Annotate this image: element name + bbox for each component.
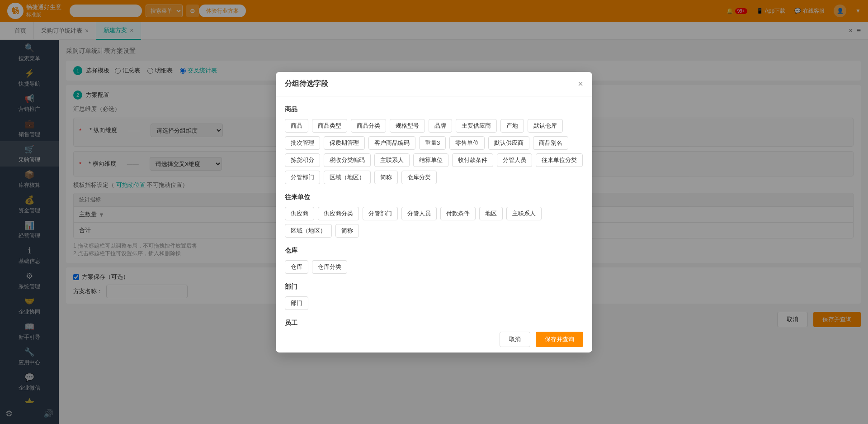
field-section-title-1: 往来单位: [285, 193, 583, 201]
field-section-title-3: 部门: [285, 283, 583, 291]
field-tag-1-5[interactable]: 地区: [479, 207, 503, 220]
modal-cancel-button[interactable]: 取消: [500, 332, 530, 347]
field-tag-0-6[interactable]: 产地: [500, 119, 524, 133]
modal-header: 分组待选字段 ×: [276, 72, 592, 96]
field-section-title-2: 仓库: [285, 247, 583, 255]
field-tag-0-10[interactable]: 客户商品编码: [368, 136, 415, 150]
field-tag-0-17[interactable]: 主联系人: [374, 153, 410, 167]
field-tag-0-15[interactable]: 拣货积分: [285, 153, 320, 167]
field-tag-0-5[interactable]: 主要供应商: [456, 119, 497, 133]
field-section-0: 商品商品商品类型商品分类规格型号品牌主要供应商产地默认仓库批次管理保质期管理客户…: [285, 105, 583, 184]
field-tag-0-3[interactable]: 规格型号: [390, 119, 425, 133]
field-tag-0-8[interactable]: 批次管理: [285, 136, 320, 150]
field-tag-0-13[interactable]: 默认供应商: [488, 136, 529, 150]
field-tag-0-4[interactable]: 品牌: [429, 119, 452, 133]
modal-footer: 取消 保存并查询: [276, 326, 592, 353]
field-tag-1-7[interactable]: 区域（地区）: [285, 224, 332, 238]
field-section-title-4: 员工: [285, 319, 583, 326]
field-tag-0-2[interactable]: 商品分类: [351, 119, 386, 133]
field-tag-0-24[interactable]: 简称: [374, 171, 398, 184]
field-tag-1-0[interactable]: 供应商: [285, 207, 314, 220]
field-tag-0-14[interactable]: 商品别名: [533, 136, 568, 150]
field-tag-1-4[interactable]: 付款条件: [440, 207, 476, 220]
field-tag-1-1[interactable]: 供应商分类: [318, 207, 359, 220]
field-tag-2-1[interactable]: 仓库分类: [312, 260, 347, 274]
modal-close-button[interactable]: ×: [578, 79, 583, 88]
field-tag-0-20[interactable]: 分管人员: [497, 153, 532, 167]
modal-title: 分组待选字段: [285, 79, 328, 89]
field-section-title-0: 商品: [285, 105, 583, 114]
modal-dialog: 分组待选字段 × 商品商品商品类型商品分类规格型号品牌主要供应商产地默认仓库批次…: [276, 72, 592, 353]
modal-body: 商品商品商品类型商品分类规格型号品牌主要供应商产地默认仓库批次管理保质期管理客户…: [276, 96, 592, 326]
field-tag-0-1[interactable]: 商品类型: [312, 119, 347, 133]
field-tag-1-2[interactable]: 分管部门: [363, 207, 398, 220]
field-tag-0-22[interactable]: 分管部门: [285, 171, 320, 184]
field-grid-1: 供应商供应商分类分管部门分管人员付款条件地区主联系人区域（地区）简称: [285, 207, 583, 238]
field-tag-0-19[interactable]: 收付款条件: [452, 153, 493, 167]
field-grid-2: 仓库仓库分类: [285, 260, 583, 274]
field-tag-1-6[interactable]: 主联系人: [506, 207, 542, 220]
modal-overlay: 分组待选字段 × 商品商品商品类型商品分类规格型号品牌主要供应商产地默认仓库批次…: [0, 0, 868, 424]
field-grid-3: 部门: [285, 296, 583, 310]
field-grid-0: 商品商品类型商品分类规格型号品牌主要供应商产地默认仓库批次管理保质期管理客户商品…: [285, 119, 583, 184]
field-tag-0-9[interactable]: 保质期管理: [324, 136, 365, 150]
field-section-2: 仓库仓库仓库分类: [285, 247, 583, 274]
field-tag-0-18[interactable]: 结算单位: [413, 153, 448, 167]
field-section-4: 员工业务员: [285, 319, 583, 326]
field-section-3: 部门部门: [285, 283, 583, 310]
field-tag-0-23[interactable]: 区域（地区）: [324, 171, 371, 184]
field-tag-3-0[interactable]: 部门: [285, 296, 308, 310]
field-tag-0-0[interactable]: 商品: [285, 119, 308, 133]
modal-confirm-button[interactable]: 保存并查询: [536, 332, 583, 347]
field-tag-2-0[interactable]: 仓库: [285, 260, 308, 274]
field-section-1: 往来单位供应商供应商分类分管部门分管人员付款条件地区主联系人区域（地区）简称: [285, 193, 583, 238]
field-tag-0-12[interactable]: 零售单位: [449, 136, 485, 150]
field-tag-0-11[interactable]: 重量3: [419, 136, 446, 150]
field-tag-1-8[interactable]: 简称: [335, 224, 359, 238]
field-tag-0-21[interactable]: 往来单位分类: [536, 153, 583, 167]
field-tag-1-3[interactable]: 分管人员: [401, 207, 437, 220]
field-tag-0-25[interactable]: 仓库分类: [401, 171, 437, 184]
field-tag-0-7[interactable]: 默认仓库: [528, 119, 563, 133]
field-tag-0-16[interactable]: 税收分类编码: [324, 153, 371, 167]
